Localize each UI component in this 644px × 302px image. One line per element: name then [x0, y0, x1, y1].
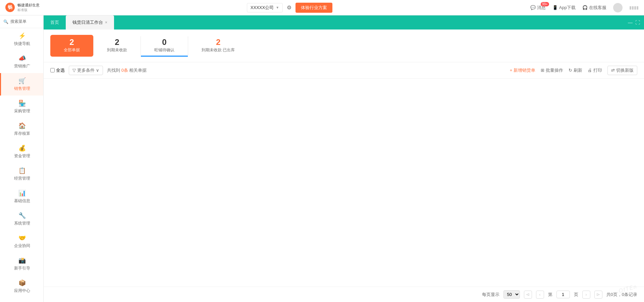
page-suffix: 页: [574, 292, 578, 298]
sidebar-item-label: 快捷导航: [14, 41, 30, 47]
pagination-bar: 每页显示 50 ⊲ ‹ 第 页 › ⊳ 共0页，0条记录: [44, 287, 644, 302]
filter-arrow-icon: ∨: [96, 68, 99, 73]
avatar[interactable]: [613, 3, 623, 12]
per-page-select[interactable]: 50: [503, 290, 520, 299]
stat-num-all: 2: [69, 38, 74, 47]
company-name: XXXXX公司: [251, 5, 274, 11]
sidebar-item-appcenter[interactable]: 📦 应用中心: [0, 275, 43, 298]
trial-button[interactable]: 体验行业方案: [296, 3, 332, 13]
stat-num-unshipped: 2: [216, 38, 220, 47]
tab-minimize-icon[interactable]: —: [628, 20, 633, 25]
tab-close-icon[interactable]: ×: [105, 20, 107, 25]
select-all-label: 全选: [56, 67, 65, 73]
settings-icon[interactable]: ⚙: [287, 4, 291, 11]
app-download-icon: 📱: [552, 5, 558, 10]
logo-sub: 标准版: [17, 8, 40, 12]
print-action[interactable]: 🖨 打印: [588, 67, 602, 73]
sidebar-item-inventory[interactable]: 🏠 库存核算: [0, 118, 43, 140]
tab-home-label: 首页: [50, 19, 59, 25]
sidebar-item-label: 企业协同: [14, 243, 30, 249]
tab-active-label: 钱货日清工作台: [72, 19, 103, 25]
sidebar-item-sales[interactable]: 🛒 销售管理: [0, 73, 43, 96]
refresh-action[interactable]: ↻ 刷新: [569, 67, 582, 73]
sidebar-item-ops[interactable]: 📋 经营管理: [0, 163, 43, 185]
company-selector[interactable]: XXXXX公司 ▼: [247, 3, 283, 12]
content-area: 首页 钱货日清工作台 × — ⛶ 2 全部单据 2: [44, 15, 644, 302]
inventory-icon: 🏠: [18, 122, 26, 129]
search-icon: 🔍: [3, 19, 8, 24]
user-name-item[interactable]: ▮▮▮▮: [629, 5, 639, 10]
sidebar-item-guide[interactable]: 📸 新手引导: [0, 253, 43, 275]
enterprise-icon: 🤝: [18, 234, 26, 242]
user-name: ▮▮▮▮: [629, 5, 639, 10]
stat-card-wangpu[interactable]: 0 旺铺待确认: [141, 35, 188, 57]
system-icon: 🔧: [18, 212, 26, 219]
sidebar-search-label: 搜索菜单: [10, 19, 26, 24]
marketing-icon: 📣: [18, 55, 26, 62]
sidebar-item-quick-nav[interactable]: ⚡ 快捷导航: [0, 28, 43, 51]
app-download-item[interactable]: 📱 App下载: [552, 5, 576, 11]
sidebar-item-marketing[interactable]: 📣 营销推广: [0, 51, 43, 73]
tab-bar: 首页 钱货日清工作台 × — ⛶: [44, 15, 644, 29]
select-all-checkbox[interactable]: 全选: [50, 67, 65, 73]
sidebar-item-baseinfo[interactable]: 📊 基础信息: [0, 185, 43, 208]
app-download-label: App下载: [559, 5, 576, 11]
header-right: 💬 消息 99+ 📱 App下载 🎧 在线客服 ▮▮▮▮: [530, 3, 639, 12]
online-service-label: 在线客服: [589, 5, 606, 11]
logo-icon: 畅: [5, 3, 15, 12]
batch-op-action[interactable]: ⊞ 批量操作: [541, 67, 563, 73]
stat-card-all[interactable]: 2 全部单据: [50, 35, 93, 57]
page-first-button[interactable]: ⊲: [524, 291, 532, 299]
tab-maximize-icon[interactable]: ⛶: [635, 20, 640, 25]
filter-label: 更多条件: [77, 67, 95, 73]
toolbar: 全选 ▽ 更多条件 ∨ 共找到 0条 相关单据 + 新增销货单: [44, 62, 644, 79]
stat-label-overdue: 到期未收款: [107, 47, 127, 53]
switch-icon: ⇄: [611, 68, 615, 73]
sales-icon: 🛒: [18, 77, 26, 84]
logo-text: 畅捷通好生意: [17, 3, 40, 7]
switch-label: 切换新版: [616, 67, 634, 73]
sidebar-item-purchase[interactable]: 🏪 采购管理: [0, 96, 43, 118]
message-badge: 99+: [541, 2, 549, 6]
tab-active[interactable]: 钱货日清工作台 ×: [66, 15, 114, 29]
purchase-icon: 🏪: [18, 100, 26, 107]
found-text: 共找到 0条 相关单据: [107, 67, 147, 73]
sidebar-item-label: 采购管理: [14, 108, 30, 114]
tab-home[interactable]: 首页: [44, 15, 66, 29]
page-input[interactable]: [556, 291, 570, 298]
sidebar: 🔍 搜索菜单 ⚡ 快捷导航 📣 营销推广 🛒 销售管理 🏪 采购管理 🏠 库存核…: [0, 15, 44, 302]
page-last-button[interactable]: ⊳: [594, 291, 602, 299]
message-item[interactable]: 💬 消息 99+: [530, 5, 546, 11]
sidebar-item-capital[interactable]: 💰 资金管理: [0, 140, 43, 163]
select-all-input[interactable]: [50, 68, 55, 72]
online-service-item[interactable]: 🎧 在线客服: [582, 5, 606, 11]
toolbar-right: + 新增销货单 ⊞ 批量操作 ↻ 刷新 🖨 打印 ⇄: [510, 66, 637, 75]
print-icon: 🖨: [588, 68, 592, 73]
message-icon: 💬: [530, 5, 536, 10]
appcenter-icon: 📦: [18, 279, 26, 287]
toolbar-left: 全选 ▽ 更多条件 ∨ 共找到 0条 相关单据: [50, 66, 504, 75]
found-suffix: 相关单据: [129, 68, 147, 73]
page-prev-button[interactable]: ‹: [536, 291, 544, 299]
refresh-icon: ↻: [569, 68, 572, 73]
add-sale-order-button[interactable]: + 新增销货单: [510, 67, 535, 73]
stat-label-unshipped: 到期未收款 已出库: [202, 47, 235, 53]
filter-button[interactable]: ▽ 更多条件 ∨: [69, 66, 103, 75]
stat-card-overdue[interactable]: 2 到期未收款: [94, 35, 141, 57]
tab-bar-actions: — ⛶: [628, 20, 644, 25]
sidebar-search[interactable]: 🔍 搜索菜单: [0, 15, 43, 28]
stat-card-unshipped[interactable]: 2 到期未收款 已出库: [188, 35, 248, 57]
ops-icon: 📋: [18, 167, 26, 174]
sidebar-item-label: 资金管理: [14, 153, 30, 159]
sidebar-item-system[interactable]: 🔧 系统管理: [0, 208, 43, 230]
sidebar-item-enterprise[interactable]: 🤝 企业协同: [0, 230, 43, 253]
switch-version-button[interactable]: ⇄ 切换新版: [607, 66, 637, 75]
stat-num-overdue: 2: [115, 38, 119, 47]
per-page-label: 每页显示: [482, 292, 499, 298]
sidebar-item-wechat[interactable]: 💬 企业微信: [0, 298, 43, 302]
sidebar-item-label: 经营管理: [14, 176, 30, 181]
found-prefix: 共找到: [107, 68, 120, 73]
batch-op-label: 批量操作: [546, 67, 563, 73]
top-header: 畅 畅捷通好生意 标准版 XXXXX公司 ▼ ⚙ 体验行业方案 💬 消息 99+…: [0, 0, 644, 15]
page-next-button[interactable]: ›: [582, 291, 590, 299]
